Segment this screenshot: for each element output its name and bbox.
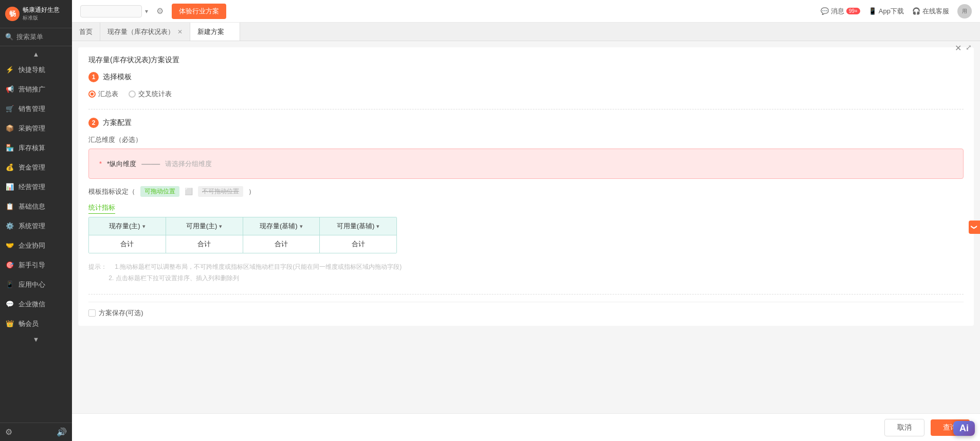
app-download-btn[interactable]: 📱 App下载 <box>868 7 904 16</box>
stats-cell-1: 合计 <box>166 235 243 253</box>
sidebar-item-wechat[interactable]: 💬 企业微信 <box>0 295 72 314</box>
user-avatar[interactable]: 用 <box>957 4 972 19</box>
sidebar-footer: ⚙ 🔊 <box>0 422 72 441</box>
tab-inventory-status[interactable]: 现存量（库存状况表） ✕ <box>100 23 190 41</box>
member-icon: 👑 <box>5 319 14 328</box>
stats-col-2[interactable]: 现存量(基辅) ▾ <box>243 217 320 235</box>
no-drag-badge: 不可拖动位置 <box>198 186 243 197</box>
scroll-down-btn[interactable]: ▼ <box>0 334 72 345</box>
audio-icon[interactable]: 🔊 <box>57 427 67 437</box>
app-logo-icon: 畅 <box>5 7 20 21</box>
col2-chevron[interactable]: ▾ <box>300 223 303 230</box>
message-icon: 💬 <box>821 7 829 15</box>
tab-home[interactable]: 首页 <box>72 23 100 41</box>
section1-num: 1 <box>88 72 99 82</box>
ai-badge[interactable]: Ai <box>953 421 975 436</box>
stats-table: 现存量(主) ▾ 可用量(主) ▾ 现存量(基辅) ▾ <box>88 217 397 253</box>
radio-summary-circle <box>88 90 96 98</box>
operations-icon: 📊 <box>5 182 14 192</box>
stats-col-1[interactable]: 可用量(主) ▾ <box>166 217 243 235</box>
sidebar-item-sales[interactable]: 🛒 销售管理 <box>0 99 72 119</box>
dim-area[interactable]: * *纵向维度 —— 请选择分组维度 <box>88 149 964 179</box>
tab-new-scheme[interactable]: 新建方案 ✕ <box>190 23 240 41</box>
quick-nav-icon: ⚡ <box>5 65 14 75</box>
phone-icon: 📱 <box>868 7 877 15</box>
sales-icon: 🛒 <box>5 104 14 114</box>
right-edge-handle[interactable]: ❯ <box>969 220 980 234</box>
sidebar-item-inventory[interactable]: 🏪 库存核算 <box>0 138 72 158</box>
metrics-setting-suffix: ） <box>248 187 255 196</box>
bottom-bar: 取消 查询 <box>72 413 980 441</box>
scroll-up-btn[interactable]: ▲ <box>0 48 72 60</box>
stats-cell-3: 合计 <box>320 235 396 253</box>
drag-badge: 可拖动位置 <box>140 186 179 197</box>
sidebar-item-finance[interactable]: 💰 资金管理 <box>0 158 72 177</box>
sidebar-search[interactable]: 🔍 搜索菜单 <box>0 28 72 46</box>
topbar-right: 💬 消息 99+ 📱 App下载 🎧 在线客服 用 <box>821 4 972 19</box>
sidebar-item-basic-info[interactable]: 📋 基础信息 <box>0 197 72 216</box>
save-divider <box>88 294 964 295</box>
topbar: ▾ ⚙ 体验行业方案 💬 消息 99+ 📱 App下载 🎧 在线客服 用 <box>72 0 980 23</box>
inventory-icon: 🏪 <box>5 143 14 153</box>
sidebar-nav: ▲ ⚡ 快捷导航 📢 营销推广 🛒 销售管理 📦 采购管理 🏪 库存核算 💰 资… <box>0 46 72 422</box>
sidebar-item-purchase[interactable]: 📦 采购管理 <box>0 119 72 138</box>
tab-bar: 首页 现存量（库存状况表） ✕ 新建方案 ✕ <box>72 23 980 41</box>
stats-cell-2: 合计 <box>243 235 320 253</box>
sidebar-item-quick-nav[interactable]: ⚡ 快捷导航 <box>0 60 72 80</box>
expand-window-btn[interactable]: ⤢ <box>966 43 972 53</box>
sidebar-item-system[interactable]: ⚙️ 系统管理 <box>0 216 72 236</box>
topbar-input-area: ▾ <box>80 5 148 17</box>
section1: 1 选择模板 汇总表 交叉统计表 <box>88 72 964 99</box>
stats-section: 统计指标 现存量(主) ▾ 可用量(主) ▾ <box>88 203 964 253</box>
close-window-btn[interactable]: ✕ <box>955 43 961 53</box>
radio-summary[interactable]: 汇总表 <box>88 89 118 99</box>
stats-col-0[interactable]: 现存量(主) ▾ <box>89 217 166 235</box>
finance-icon: 💰 <box>5 163 14 172</box>
tab-new-scheme-close[interactable]: ✕ <box>227 28 232 35</box>
section2-num: 2 <box>88 118 99 128</box>
topbar-input[interactable] <box>80 5 142 17</box>
col1-chevron[interactable]: ▾ <box>219 223 222 230</box>
sidebar: 畅 畅康通好生意 标准版 🔍 搜索菜单 ▲ ⚡ 快捷导航 📢 营销推广 🛒 销售… <box>0 0 72 441</box>
app-center-icon: 📱 <box>5 280 14 289</box>
headset-icon: 🎧 <box>912 7 920 15</box>
section2: 2 方案配置 汇总维度（必选） * *纵向维度 —— 请选择分组维度 模板指标设… <box>88 118 964 284</box>
save-option: 方案保存(可选) <box>88 302 964 318</box>
tips-area: 提示： 1.拖动标题栏可以调整布局，不可跨维度或指标区域拖动栏目字段(只能在同一… <box>88 262 964 284</box>
template-radio-group: 汇总表 交叉统计表 <box>88 89 964 99</box>
stats-label: 统计指标 <box>88 203 115 214</box>
section-divider <box>88 109 964 109</box>
content-area: ✕ ⤢ 现存量(库存状况表)方案设置 1 选择模板 汇总表 交叉 <box>72 41 980 413</box>
topbar-left: ▾ ⚙ 体验行业方案 <box>80 4 226 19</box>
sidebar-logo: 畅 畅康通好生意 标准版 <box>0 0 72 28</box>
col3-chevron[interactable]: ▾ <box>376 223 379 230</box>
stats-table-body: 合计 合计 合计 合计 <box>89 235 396 253</box>
section2-title: 方案配置 <box>103 118 132 127</box>
stats-cell-0: 合计 <box>89 235 166 253</box>
sidebar-item-member[interactable]: 👑 畅会员 <box>0 314 72 334</box>
cancel-button[interactable]: 取消 <box>884 419 924 436</box>
industry-btn[interactable]: 体验行业方案 <box>172 4 226 19</box>
stats-col-3[interactable]: 可用量(基辅) ▾ <box>320 217 396 235</box>
topbar-gear-icon[interactable]: ⚙ <box>156 6 164 16</box>
dim-placeholder: 请选择分组维度 <box>165 159 212 169</box>
save-checkbox[interactable] <box>88 309 96 317</box>
sidebar-item-enterprise[interactable]: 🤝 企业协同 <box>0 236 72 255</box>
new-guide-icon: 🎯 <box>5 261 14 270</box>
messages-btn[interactable]: 💬 消息 99+ <box>821 7 860 16</box>
tab-inventory-close[interactable]: ✕ <box>177 28 183 35</box>
sidebar-item-new-guide[interactable]: 🎯 新手引导 <box>0 255 72 275</box>
radio-cross[interactable]: 交叉统计表 <box>129 89 172 99</box>
dim-required-star: * <box>99 160 102 168</box>
section2-header: 2 方案配置 <box>88 118 964 128</box>
online-service-btn[interactable]: 🎧 在线客服 <box>912 7 949 16</box>
settings-icon[interactable]: ⚙ <box>5 427 12 437</box>
sidebar-item-app-center[interactable]: 📱 应用中心 <box>0 275 72 295</box>
tip-2: 2. 点击标题栏下拉可设置排序、插入列和删除列 <box>88 273 964 284</box>
sidebar-item-marketing[interactable]: 📢 营销推广 <box>0 80 72 99</box>
user-avatar-text: 用 <box>962 8 967 15</box>
col0-chevron[interactable]: ▾ <box>142 223 146 230</box>
sidebar-item-operations[interactable]: 📊 经营管理 <box>0 177 72 197</box>
topbar-dropdown-icon[interactable]: ▾ <box>145 8 148 15</box>
section1-header: 1 选择模板 <box>88 72 964 82</box>
